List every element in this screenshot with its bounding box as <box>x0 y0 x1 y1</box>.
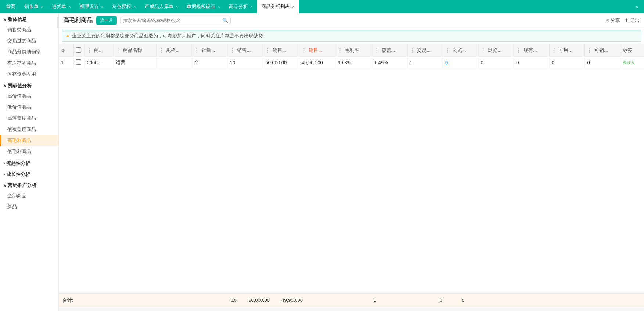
sidebar-item-new-goods[interactable]: 新品 <box>0 201 58 212</box>
sidebar-item-in-stock[interactable]: 有库存的商品 <box>0 58 58 69</box>
sidebar-item-traded-goods[interactable]: 交易过的商品 <box>0 35 58 46</box>
header-actions: ⎋ 分享 ⬆ 导出 <box>606 17 640 24</box>
col-handle-icon-10: ⋮ <box>410 47 415 53</box>
sidebar-item-low-margin[interactable]: 低毛利商品 <box>0 146 58 157</box>
main-container: « ∨ 整体信息 销售类商品 交易过的商品 商品分类助销率 有库存的商品 库存资… <box>0 13 644 311</box>
close-permission-tab[interactable]: × <box>101 4 103 9</box>
col-handle-icon-12: ⋮ <box>481 47 486 53</box>
close-template-tab[interactable]: × <box>217 4 220 9</box>
row-sales-profit: 49,900.00 <box>299 57 335 68</box>
col-gross-rate[interactable]: ⋮ 毛利率 <box>335 44 372 57</box>
row-unit: 个 <box>192 57 228 68</box>
sidebar-group-overall[interactable]: ∨ 整体信息 <box>0 13 58 24</box>
close-purchase-tab[interactable]: × <box>68 4 71 9</box>
share-button[interactable]: ⎋ 分享 <box>606 17 620 24</box>
col-stock-sellable[interactable]: ⋮ 可销... <box>585 44 620 57</box>
settings-icon[interactable]: ⚙ <box>61 48 65 53</box>
col-pv2[interactable]: ⋮ 浏览... <box>478 44 514 57</box>
col-checkbox <box>73 44 84 57</box>
col-handle-icon-3: ⋮ <box>159 47 164 53</box>
col-handle-icon-14: ⋮ <box>552 47 557 53</box>
col-spec[interactable]: ⋮ 规格... <box>156 44 192 57</box>
sidebar-item-category-rate[interactable]: 商品分类助销率 <box>0 46 58 57</box>
col-sales-profit[interactable]: ⋮ 销售... <box>299 44 335 57</box>
sidebar-item-sales-goods[interactable]: 销售类商品 <box>0 24 58 35</box>
nav-tab-role[interactable]: 角色授权 × <box>108 0 140 13</box>
close-role-tab[interactable]: × <box>133 4 136 9</box>
arrow-right-icon: › <box>4 162 5 166</box>
share-icon: ⎋ <box>606 18 609 23</box>
nav-tab-analysis-list[interactable]: 商品分析列表 × <box>257 0 299 13</box>
col-seq: ⚙ <box>59 44 73 57</box>
sidebar-item-low-coverage[interactable]: 低覆盖度商品 <box>0 124 58 135</box>
close-analysis-list-tab[interactable]: × <box>292 4 294 9</box>
page-title: 高毛利商品 <box>63 17 93 24</box>
col-handle-icon-4: ⋮ <box>194 47 199 53</box>
nav-tab-purchase[interactable]: 进货单 × <box>47 0 75 13</box>
close-sales-tab[interactable]: × <box>41 4 43 9</box>
horizontal-scrollbar[interactable] <box>59 307 644 311</box>
col-handle-icon: ⋮ <box>87 47 92 53</box>
col-coverage[interactable]: ⋮ 覆盖... <box>372 44 407 57</box>
row-tag: 高收入 <box>620 57 644 68</box>
sidebar-item-high-margin[interactable]: 高毛利商品 <box>0 135 58 146</box>
sidebar-group-contribution[interactable]: ∨ 贡献值分析 <box>0 80 58 91</box>
info-icon: ✦ <box>66 33 70 39</box>
col-pv1[interactable]: ⋮ 浏览... <box>443 44 479 57</box>
footer-sales-profit: 49,900.00 <box>272 297 305 303</box>
row-code: 0000... <box>84 57 114 68</box>
nav-tab-inventory[interactable]: 产成品入库单 × <box>140 0 182 13</box>
sidebar-item-low-value[interactable]: 低价值商品 <box>0 102 58 113</box>
row-coverage: 1.49% <box>372 57 407 68</box>
col-tag[interactable]: 标签 <box>620 44 644 57</box>
export-icon: ⬆ <box>625 18 629 23</box>
sidebar-group-trend[interactable]: › 流趋性分析 <box>0 157 58 168</box>
col-sales-amount[interactable]: ⋮ 销售... <box>263 44 299 57</box>
col-handle-icon-6: ⋮ <box>265 47 270 53</box>
info-bar: ✦ 企业的主要的利润都是这部分商品创造的，可考虑加大推广，同时关注库存是不要出现… <box>62 30 641 42</box>
col-code[interactable]: ⋮ 商... <box>84 44 114 57</box>
col-stock-available[interactable]: ⋮ 可用... <box>549 44 585 57</box>
row-seq: 1 <box>59 57 73 68</box>
row-sales-qty: 10 <box>227 57 263 68</box>
nav-tab-home[interactable]: 首页 <box>1 0 20 13</box>
sidebar-group-growth[interactable]: › 成长性分析 <box>0 168 58 179</box>
row-transactions: 1 <box>407 57 443 68</box>
row-pv1: 0 <box>443 57 479 68</box>
search-input[interactable] <box>123 18 222 23</box>
col-handle-icon-5: ⋮ <box>230 47 235 53</box>
sidebar-item-inventory-capital[interactable]: 库存资金占用 <box>0 69 58 80</box>
row-pv2: 0 <box>478 57 514 68</box>
col-handle-icon-7: ⋮ <box>302 47 306 53</box>
app-close-button[interactable]: × <box>631 3 643 10</box>
select-all-checkbox[interactable] <box>76 47 81 53</box>
nav-tab-analysis[interactable]: 商品分析 × <box>224 0 257 13</box>
close-inventory-tab[interactable]: × <box>176 4 178 9</box>
col-stock-current[interactable]: ⋮ 现有... <box>514 44 550 57</box>
sidebar-item-all-goods[interactable]: 全部商品 <box>0 190 58 201</box>
content-header: 高毛利商品 近一月 🔍 ⎋ 分享 ⬆ 导出 <box>59 13 644 28</box>
row-checkbox <box>73 57 84 68</box>
sidebar-item-high-coverage[interactable]: 高覆盖度商品 <box>0 113 58 124</box>
col-name[interactable]: ⋮ 商品名称 <box>114 44 157 57</box>
export-button[interactable]: ⬆ 导出 <box>625 17 640 24</box>
close-analysis-tab[interactable]: × <box>250 4 252 9</box>
sidebar-group-marketing[interactable]: ∨ 营销推广分析 <box>0 179 58 190</box>
nav-tab-template[interactable]: 单据模板设置 × <box>182 0 224 13</box>
arrow-down-icon: ∨ <box>4 18 6 22</box>
col-handle-icon-13: ⋮ <box>516 47 521 53</box>
filter-recent-month-button[interactable]: 近一月 <box>96 16 117 25</box>
row-gross-rate: 99.8% <box>335 57 372 68</box>
search-icon[interactable]: 🔍 <box>222 18 228 23</box>
data-table: ⚙ ⋮ 商... ⋮ 商品名称 <box>59 44 644 68</box>
nav-tab-sales[interactable]: 销售单 × <box>20 0 47 13</box>
sidebar-item-high-value[interactable]: 高价值商品 <box>0 91 58 102</box>
col-transactions[interactable]: ⋮ 交易... <box>407 44 443 57</box>
nav-tab-permission[interactable]: 权限设置 × <box>75 0 108 13</box>
sidebar-collapse-button[interactable]: « <box>57 17 59 28</box>
row-select-checkbox[interactable] <box>76 59 81 65</box>
footer-col1: 0 <box>422 297 445 303</box>
col-handle-icon-8: ⋮ <box>338 47 342 53</box>
col-sales-qty[interactable]: ⋮ 销售... <box>227 44 263 57</box>
col-unit[interactable]: ⋮ 计量... <box>192 44 228 57</box>
